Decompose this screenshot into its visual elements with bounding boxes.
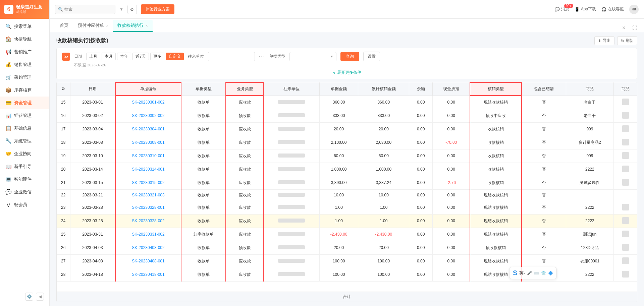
td-goods1: 123D商品 — [566, 241, 614, 254]
td-unit — [264, 228, 319, 241]
billno-link[interactable]: SK-20230304-001 — [132, 127, 164, 131]
filter-collapse-btn[interactable]: ≫ — [62, 53, 70, 61]
billno-link[interactable]: SK-20230302-002 — [132, 113, 164, 118]
billno-link[interactable]: SK-20230310-001 — [132, 154, 164, 158]
refresh-btn[interactable]: ↻ 刷新 — [617, 36, 637, 45]
billno-link[interactable]: SK-20230403-002 — [132, 245, 164, 250]
date-btn-this-year[interactable]: 本年 — [117, 53, 131, 60]
td-discount: 0.00 — [433, 96, 470, 109]
sidebar-item-member[interactable]: V 畅会员 — [0, 198, 49, 211]
td-biztype: 应收款 — [226, 176, 264, 189]
td-date: 2023-03-02 — [70, 109, 115, 122]
query-btn[interactable]: 查询 — [340, 52, 359, 61]
sidebar-item-system[interactable]: 🔧 系统管理 — [0, 135, 49, 147]
td-no: 16 — [57, 109, 70, 122]
billno-link[interactable]: SK-20230328-002 — [132, 219, 164, 223]
sidebar-item-marketing[interactable]: 📢 营销推广 — [0, 46, 49, 58]
messages-btn[interactable]: 💬 消息 99+ — [555, 6, 569, 12]
table-scroll-area[interactable]: ⚙ 日期 单据编号 单据类型 业务类型 往来单位 单据金额 累计核销金额 余额 … — [57, 82, 637, 292]
th-settings[interactable]: ⚙ — [57, 82, 70, 96]
td-balance: 0.00 — [409, 214, 433, 228]
td-billno: SK-20230301-002 — [115, 96, 181, 109]
gear-icon[interactable]: ⚙ — [127, 5, 137, 14]
tab-writeoff[interactable]: 收款核销执行 × — [113, 20, 152, 32]
billno-link[interactable]: SK-20230315-002 — [132, 180, 164, 185]
td-amount: 100.00 — [319, 268, 358, 281]
td-writetype: 预收中应收 — [470, 109, 522, 122]
table-row: 16 2023-03-02 SK-20230302-002 收款单 预收款 33… — [57, 109, 637, 122]
bill-type-select[interactable]: ▼ — [289, 52, 336, 61]
sidebar-item-operation[interactable]: 📊 经营管理 — [0, 109, 49, 122]
collapse-icon[interactable]: ◀ — [36, 293, 44, 301]
tab-home[interactable]: 首页 — [55, 20, 73, 32]
topbar-search-box[interactable]: 🔍 — [55, 5, 115, 14]
td-writeoff: 20.00 — [358, 122, 409, 136]
date-btn-last-month[interactable]: 上月 — [86, 53, 100, 60]
avatar[interactable]: Rit — [629, 5, 639, 14]
billno-link[interactable]: SK-20230418-001 — [132, 272, 164, 277]
filter-expand-btn[interactable]: ∨ 展开更多条件 — [333, 70, 361, 75]
billno-link[interactable]: SK-20230314-001 — [132, 167, 164, 172]
td-writeoff: 100.00 — [358, 268, 409, 281]
industry-btn[interactable]: 体验行业方案 — [141, 4, 174, 14]
sidebar-item-basic-info[interactable]: 📋 基础信息 — [0, 122, 49, 135]
export-btn[interactable]: ⬆ 导出 — [594, 36, 614, 45]
billno-link[interactable]: SK-20230308-001 — [132, 140, 164, 145]
sidebar-item-wechat[interactable]: 💬 企业微信 — [0, 186, 49, 198]
date-btn-7days[interactable]: 近7天 — [132, 53, 149, 60]
sidebar-item-guide[interactable]: 📖 新手引导 — [0, 160, 49, 173]
date-btn-more[interactable]: 更多 — [150, 53, 164, 60]
td-writetype: 现结收款核销 — [470, 214, 522, 228]
settings-btn[interactable]: 设置 — [363, 52, 380, 61]
td-unit — [264, 122, 319, 136]
tab-prepay-close-icon[interactable]: × — [106, 23, 108, 27]
sidebar-item-quick-nav[interactable]: 🏠 快捷导航 — [0, 33, 49, 46]
td-included: 否 — [522, 163, 566, 176]
billno-link[interactable]: SK-20230331-002 — [132, 232, 164, 237]
guide-icon: 📖 — [5, 164, 11, 170]
system-icon: 🔧 — [5, 138, 11, 144]
sidebar-item-finance[interactable]: 💳 资金管理 — [0, 97, 49, 109]
sidebar-item-enterprise[interactable]: 🤝 企业协同 — [0, 147, 49, 160]
td-goods2 — [614, 163, 637, 176]
sidebar-item-sales[interactable]: 💰 销售管理 — [0, 58, 49, 71]
td-included: 否 — [522, 268, 566, 281]
td-no: 17 — [57, 122, 70, 136]
td-date: 2023-03-31 — [70, 228, 115, 241]
billno-link[interactable]: SK-20230301-002 — [132, 100, 164, 105]
date-btn-this-month[interactable]: 本月 — [102, 53, 116, 60]
unit-input[interactable] — [208, 52, 255, 61]
td-amount: 1.00 — [319, 201, 358, 214]
search-chevron-icon[interactable]: ▼ — [119, 7, 123, 12]
td-goods2 — [614, 268, 637, 281]
td-billtype: 收款单 — [181, 189, 226, 201]
td-billtype: 收款单 — [181, 109, 226, 122]
content-area: 收款核销执行(按收款) ⬆ 导出 ↻ 刷新 ≫ 日期 上月 — [50, 32, 644, 306]
filter-row: ≫ 日期 上月 本月 本年 近7天 更多 自定义 往来单位 ··· 单据类型 — [62, 52, 632, 61]
expand-window-icon[interactable]: ⛶ — [631, 24, 639, 32]
table-footer: 合计 — [57, 292, 637, 302]
td-unit — [264, 163, 319, 176]
sidebar-item-search-menu[interactable]: 🔍 搜索菜单 — [0, 20, 49, 33]
th-billno: 单据编号 — [115, 82, 181, 96]
date-sub-label: 不限 至 2023-07-26 — [74, 63, 632, 68]
billno-link[interactable]: SK-20230321-003 — [132, 193, 164, 197]
td-writeoff: 100.00 — [358, 254, 409, 268]
search-input[interactable] — [64, 7, 105, 12]
date-btn-custom[interactable]: 自定义 — [166, 53, 184, 60]
td-biztype: 应收款 — [226, 189, 264, 201]
sidebar-item-purchase[interactable]: 🛒 采购管理 — [0, 71, 49, 84]
sidebar-item-hardware[interactable]: 💻 智能硬件 — [0, 173, 49, 186]
tab-writeoff-close-icon[interactable]: × — [146, 23, 148, 27]
settings-icon[interactable]: ⚙️ — [25, 293, 33, 301]
online-service-btn[interactable]: 🎧 在线客服 — [601, 6, 624, 12]
app-download-btn[interactable]: 📱 App下载 — [575, 6, 596, 12]
td-discount: 0.00 — [433, 241, 470, 254]
td-amount: 10.00 — [319, 189, 358, 201]
close-all-tabs-btn[interactable]: × — [620, 24, 628, 32]
td-billno: SK-20230408-001 — [115, 254, 181, 268]
tab-prepay[interactable]: 预付冲应付单 × — [73, 20, 113, 32]
billno-link[interactable]: SK-20230328-001 — [132, 205, 164, 210]
sidebar-item-inventory[interactable]: 📦 库存核算 — [0, 84, 49, 97]
billno-link[interactable]: SK-20230408-001 — [132, 259, 164, 263]
